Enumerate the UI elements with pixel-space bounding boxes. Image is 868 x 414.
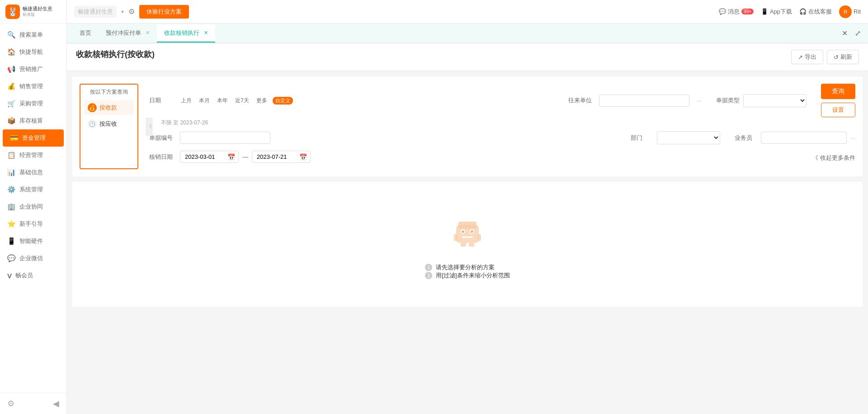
- date-unlimited-text: 不限 至 2023-07-26: [161, 119, 855, 127]
- tab-collection-close-icon[interactable]: ✕: [204, 30, 208, 36]
- service-icon: 🎧: [799, 8, 807, 15]
- tab-collection[interactable]: 收款核销执行 ✕: [157, 24, 215, 43]
- tab-prepay[interactable]: 预付冲应付单 ✕: [99, 24, 157, 43]
- tab-home[interactable]: 首页: [72, 24, 99, 43]
- sidebar-item-label: 基础信息: [19, 168, 43, 176]
- app-download-btn[interactable]: 📱 App下载: [761, 8, 792, 16]
- date-tab-7days[interactable]: 近7天: [233, 96, 251, 105]
- receipt-option-icon: 💰: [88, 103, 97, 112]
- tab-prepay-close-icon[interactable]: ✕: [146, 30, 150, 36]
- date-tab-this-year[interactable]: 本年: [215, 96, 230, 105]
- user-info[interactable]: R Rit: [839, 5, 861, 18]
- date-tab-this-month[interactable]: 本月: [197, 96, 212, 105]
- filter-option-by-receivable[interactable]: 🕐 按应收: [84, 117, 134, 131]
- collapse-more-wrap: 《 收起更多条件: [812, 152, 855, 162]
- sidebar-item-label: 新手引导: [19, 220, 43, 228]
- doc-type-field: 单据类型: [716, 94, 807, 107]
- sidebar-item-corp[interactable]: 🏢 企业协同: [0, 198, 66, 215]
- collapse-sidebar-icon[interactable]: ◀: [53, 399, 59, 409]
- writeoff-date-start-wrap: 📅: [180, 151, 239, 163]
- tip-text-1: 请先选择要分析的方案: [436, 263, 495, 271]
- doc-type-select[interactable]: [743, 94, 807, 107]
- settings-btn[interactable]: 设置: [821, 103, 855, 117]
- user-avatar: R: [839, 5, 852, 18]
- close-tab-btn[interactable]: ✕: [840, 27, 849, 39]
- date-custom-badge[interactable]: 自定义: [273, 97, 293, 105]
- app-download-label: App下载: [770, 8, 792, 16]
- sidebar-item-member[interactable]: V 畅会员: [0, 267, 66, 284]
- doc-no-label: 单据编号: [149, 134, 173, 142]
- collapse-more-btn[interactable]: 《 收起更多条件: [812, 154, 855, 162]
- date-tab-last-month[interactable]: 上月: [179, 96, 193, 105]
- writeoff-date-end-cal-icon[interactable]: 📅: [299, 153, 307, 161]
- empty-tip-1: 1 请先选择要分析的方案: [425, 263, 509, 271]
- sidebar-item-system[interactable]: ⚙️ 系统管理: [0, 181, 66, 198]
- topbar: 畅捷通好生意 ▾ ⚙ 休验行业方案 💬 消息 99+ 📱 App下载 🎧 在线客…: [67, 0, 868, 24]
- receipt-option-label: 按收款: [99, 104, 117, 112]
- sales-icon: 💰: [7, 82, 16, 90]
- purchase-icon: 🛒: [7, 100, 16, 108]
- sidebar-item-purchase[interactable]: 🛒 采购管理: [0, 95, 66, 112]
- logo-name: 畅捷通好生意: [23, 5, 52, 12]
- corp-icon: 🏢: [7, 203, 16, 211]
- online-service-btn[interactable]: 🎧 在线客服: [799, 8, 832, 16]
- sidebar-item-capital[interactable]: 💳 资金管理: [3, 129, 64, 147]
- collapse-more-label: 收起更多条件: [820, 154, 855, 162]
- sidebar-item-quick-nav[interactable]: 🏠 快捷导航: [0, 43, 66, 61]
- refresh-icon: ↺: [834, 54, 839, 61]
- industry-btn[interactable]: 休验行业方案: [139, 5, 189, 19]
- sidebar-item-label: 营销推广: [19, 65, 43, 73]
- collapse-filter-sidebar-btn[interactable]: 《: [146, 118, 153, 136]
- counterparty-label: 往来单位: [568, 96, 592, 105]
- empty-tip-2: 2 用[过滤]条件来缩小分析范围: [425, 271, 509, 280]
- filter-option-by-receipt[interactable]: 💰 按收款: [84, 100, 134, 115]
- date-tab-more[interactable]: 更多: [255, 96, 269, 105]
- refresh-btn[interactable]: ↺ 刷新: [827, 50, 859, 64]
- sidebar-item-label: 采购管理: [19, 100, 43, 108]
- logo-badge: 标准版: [23, 12, 52, 18]
- tab-collection-label: 收款核销执行: [164, 29, 199, 37]
- page-header-actions: ↗ 导出 ↺ 刷新: [791, 50, 859, 64]
- dept-select[interactable]: [657, 131, 720, 144]
- topbar-chevron-icon[interactable]: ▾: [121, 9, 124, 15]
- topbar-gear-icon[interactable]: ⚙: [128, 7, 135, 16]
- sidebar-item-label: 资金管理: [22, 134, 46, 142]
- counterparty-more-icon[interactable]: ···: [697, 97, 702, 104]
- sidebar-item-operations[interactable]: 📋 经营管理: [0, 147, 66, 164]
- sidebar-item-label: 畅会员: [15, 271, 33, 280]
- messages-btn[interactable]: 💬 消息 99+: [719, 8, 754, 16]
- svg-rect-1: [458, 222, 476, 228]
- sidebar-item-wechat[interactable]: 💬 企业微信: [0, 250, 66, 267]
- dept-label: 部门: [631, 134, 653, 142]
- messages-label: 消息: [728, 8, 740, 16]
- sidebar-nav: 🔍 搜索菜单 🏠 快捷导航 📢 营销推广 💰 销售管理 🛒 采购管理 📦 库存核…: [0, 24, 66, 393]
- staff-input[interactable]: [761, 132, 847, 144]
- basic-info-icon: 📊: [7, 168, 16, 176]
- sidebar-item-marketing[interactable]: 📢 营销推广: [0, 61, 66, 78]
- expand-tab-btn[interactable]: ⤢: [853, 27, 863, 39]
- staff-more-icon[interactable]: ···: [850, 134, 855, 141]
- export-icon: ↗: [798, 54, 803, 61]
- guide-icon: ⭐: [7, 220, 16, 228]
- tabs-bar: 首页 预付冲应付单 ✕ 收款核销执行 ✕ ✕ ⤢: [67, 24, 868, 43]
- empty-tips: 1 请先选择要分析的方案 2 用[过滤]条件来缩小分析范围: [425, 263, 509, 280]
- tip-num-1: 1: [425, 264, 432, 271]
- sidebar-item-sales[interactable]: 💰 销售管理: [0, 78, 66, 95]
- filter-sidebar-title: 按以下方案查询: [84, 88, 134, 96]
- sidebar-item-search-menu[interactable]: 🔍 搜索菜单: [0, 26, 66, 43]
- topbar-right: 💬 消息 99+ 📱 App下载 🎧 在线客服 R Rit: [719, 5, 861, 18]
- writeoff-date-end-wrap: 📅: [252, 151, 311, 163]
- sidebar-item-inventory[interactable]: 📦 库存核算: [0, 112, 66, 129]
- sidebar-item-basic-info[interactable]: 📊 基础信息: [0, 164, 66, 181]
- svg-rect-6: [462, 236, 473, 238]
- writeoff-date-start-cal-icon[interactable]: 📅: [227, 153, 235, 161]
- counterparty-input[interactable]: [599, 95, 689, 107]
- sidebar-item-guide[interactable]: ⭐ 新手引导: [0, 215, 66, 233]
- doc-no-input[interactable]: [180, 132, 270, 144]
- export-btn[interactable]: ↗ 导出: [791, 50, 823, 64]
- settings-footer-icon[interactable]: ⚙: [7, 399, 14, 409]
- sidebar-logo: 🐰 畅捷通好生意 标准版: [0, 0, 66, 24]
- query-btn[interactable]: 查询: [821, 84, 855, 99]
- writeoff-date-range: 📅 — 📅: [180, 151, 311, 163]
- sidebar-item-hardware[interactable]: 📱 智能硬件: [0, 233, 66, 250]
